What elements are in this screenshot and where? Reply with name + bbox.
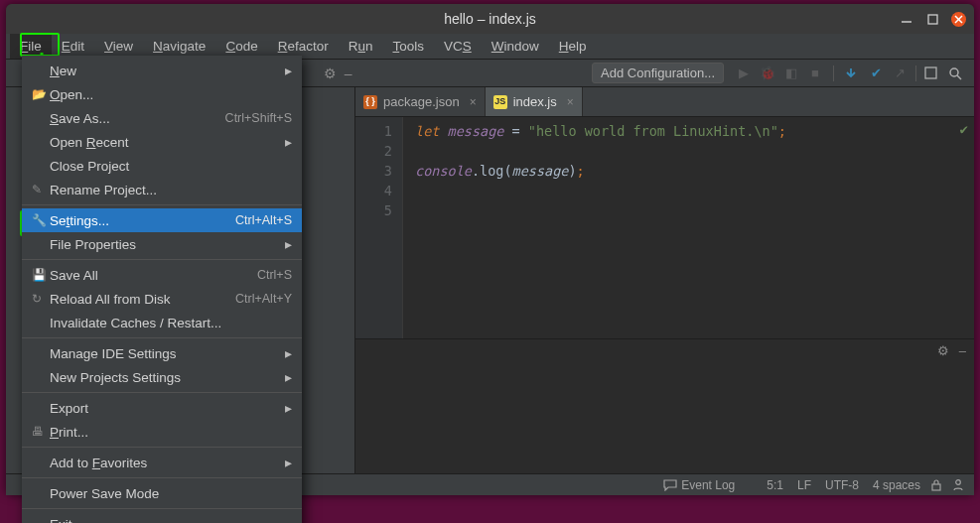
line-number: 1 xyxy=(355,121,392,141)
file-menu-item-rename-project[interactable]: ✎Rename Project... xyxy=(22,178,302,201)
submenu-arrow-icon: ▸ xyxy=(285,236,292,252)
git-commit-icon[interactable]: ✔ xyxy=(868,65,884,80)
submenu-arrow-icon: ▸ xyxy=(285,455,292,470)
event-log-label: Event Log xyxy=(681,478,735,492)
toolbar-box-icon[interactable] xyxy=(924,66,940,79)
editor-tabs: { } package.json × JS index.js × xyxy=(355,87,974,117)
tab-package-json[interactable]: { } package.json × xyxy=(355,87,486,116)
save-icon: 💾 xyxy=(32,268,50,282)
submenu-arrow-icon: ▸ xyxy=(285,63,292,78)
line-ending[interactable]: LF xyxy=(797,478,811,492)
line-number: 3 xyxy=(355,161,392,181)
submenu-arrow-icon: ▸ xyxy=(285,369,292,385)
file-menu-item-save-as[interactable]: Save As...Ctrl+Shift+S xyxy=(22,106,302,130)
menu-item-label: Print... xyxy=(50,425,292,440)
file-menu-item-file-properties[interactable]: File Properties▸ xyxy=(22,232,302,256)
encoding[interactable]: UTF-8 xyxy=(825,478,859,492)
menu-item-label: New Projects Settings xyxy=(50,370,285,385)
run-icon[interactable]: ▶ xyxy=(736,65,752,80)
menu-item-label: Rename Project... xyxy=(50,183,292,197)
close-tab-icon[interactable]: × xyxy=(470,95,477,109)
analysis-ok-icon: ✔ xyxy=(960,121,968,137)
shortcut-label: Ctrl+Alt+S xyxy=(235,213,292,227)
menu-item-label: Reload All from Disk xyxy=(50,292,235,307)
file-menu-item-power-save-mode[interactable]: Power Save Mode xyxy=(22,481,302,505)
debug-icon[interactable]: 🐞 xyxy=(760,65,775,80)
left-gear[interactable]: ⚙ – xyxy=(324,65,352,81)
menu-item-label: Exit xyxy=(50,517,292,524)
window-title: hello – index.js xyxy=(444,11,536,27)
file-menu-item-print[interactable]: 🖶Print... xyxy=(22,420,302,444)
close-icon[interactable] xyxy=(951,12,966,27)
svg-point-8 xyxy=(956,480,961,485)
editor-pane: { } package.json × JS index.js × ✔ 1 2 3… xyxy=(355,87,974,473)
tab-index-js[interactable]: JS index.js × xyxy=(486,87,583,116)
menu-item-label: File Properties xyxy=(50,237,285,252)
git-push-icon[interactable]: ↗ xyxy=(892,65,908,80)
file-menu-item-reload-all-from-disk[interactable]: ↻Reload All from DiskCtrl+Alt+Y xyxy=(22,287,302,311)
window-controls xyxy=(900,4,966,34)
menu-run[interactable]: Run xyxy=(339,34,383,59)
shortcut-label: Ctrl+Shift+S xyxy=(225,111,292,125)
code-editor[interactable]: ✔ 1 2 3 4 5 let message = "hello world f… xyxy=(355,117,974,338)
coverage-icon[interactable]: ◧ xyxy=(783,65,799,80)
line-gutter: 1 2 3 4 5 xyxy=(355,117,403,338)
tab-label: index.js xyxy=(513,94,557,109)
pencil-icon: ✎ xyxy=(32,183,50,196)
file-menu-item-open[interactable]: 📂Open... xyxy=(22,82,302,106)
person-icon[interactable] xyxy=(952,478,964,491)
js-icon: JS xyxy=(493,95,507,109)
file-menu-item-open-recent[interactable]: Open Recent▸ xyxy=(22,130,302,154)
reload-icon: ↻ xyxy=(32,292,50,306)
minimize-icon[interactable] xyxy=(900,12,913,26)
menu-help[interactable]: Help xyxy=(549,34,597,59)
menu-window[interactable]: Window xyxy=(482,34,549,59)
file-menu-item-new[interactable]: New▸ xyxy=(22,59,302,82)
file-menu-item-add-to-favorites[interactable]: Add to Favorites▸ xyxy=(22,451,302,474)
menu-item-label: Manage IDE Settings xyxy=(50,346,285,361)
svg-point-5 xyxy=(950,68,958,76)
stop-icon[interactable]: ■ xyxy=(807,65,823,80)
menu-item-label: Open... xyxy=(50,87,292,102)
svg-line-6 xyxy=(957,75,961,79)
menu-tools[interactable]: Tools xyxy=(382,34,434,59)
lock-icon[interactable] xyxy=(930,478,942,491)
speech-bubble-icon xyxy=(663,479,677,491)
line-number: 4 xyxy=(355,181,392,200)
shortcut-label: Ctrl+Alt+Y xyxy=(235,292,292,306)
menu-item-label: Power Save Mode xyxy=(50,486,292,501)
submenu-arrow-icon: ▸ xyxy=(285,345,292,361)
submenu-arrow-icon: ▸ xyxy=(285,400,292,416)
add-configuration-button[interactable]: Add Configuration... xyxy=(592,63,724,83)
gear-icon[interactable]: ⚙ xyxy=(937,343,949,358)
bottom-tool-window[interactable]: ⚙ – xyxy=(355,338,974,473)
svg-rect-7 xyxy=(932,484,940,490)
menu-item-label: Open Recent xyxy=(50,135,285,150)
search-icon[interactable] xyxy=(948,66,964,80)
file-menu-item-exit[interactable]: Exit xyxy=(22,512,302,523)
indent-info[interactable]: 4 spaces xyxy=(873,478,920,492)
maximize-icon[interactable] xyxy=(925,12,939,26)
line-number: 2 xyxy=(355,141,392,161)
code-area[interactable]: let message = "hello world from LinuxHin… xyxy=(403,117,974,338)
line-number: 5 xyxy=(355,200,392,220)
file-menu-item-save-all[interactable]: 💾Save AllCtrl+S xyxy=(22,263,302,287)
file-menu-item-new-projects-settings[interactable]: New Projects Settings▸ xyxy=(22,365,302,389)
tab-label: package.json xyxy=(383,94,460,109)
menu-item-label: Add to Favorites xyxy=(50,456,285,470)
menu-vcs[interactable]: VCS xyxy=(434,34,482,59)
hide-icon[interactable]: – xyxy=(959,343,966,358)
file-menu-item-settings[interactable]: 🔧Settings...Ctrl+Alt+S xyxy=(22,208,302,232)
close-tab-icon[interactable]: × xyxy=(567,95,574,109)
cursor-position[interactable]: 5:1 xyxy=(767,478,783,492)
file-menu-item-close-project[interactable]: Close Project xyxy=(22,154,302,178)
run-config-label: Add Configuration... xyxy=(601,65,715,80)
file-menu-dropdown: New▸📂Open...Save As...Ctrl+Shift+SOpen R… xyxy=(22,56,302,523)
event-log-button[interactable]: Event Log xyxy=(663,478,735,492)
file-menu-item-manage-ide-settings[interactable]: Manage IDE Settings▸ xyxy=(22,341,302,365)
titlebar: hello – index.js xyxy=(6,4,974,34)
git-update-icon[interactable] xyxy=(844,66,860,80)
menu-item-label: Settings... xyxy=(50,213,235,228)
file-menu-item-export[interactable]: Export▸ xyxy=(22,396,302,420)
file-menu-item-invalidate-caches-restart[interactable]: Invalidate Caches / Restart... xyxy=(22,311,302,334)
